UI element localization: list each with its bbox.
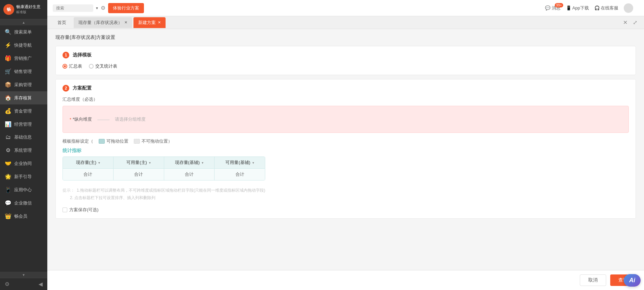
tab-inventory-status[interactable]: 现存量（库存状况表） ✕ [74,17,132,28]
tips-section: 提示： 1.拖动标题栏可以调整布局，不可跨维度或指标区域拖动栏目字段(只能在同一… [63,187,629,201]
sidebar-item-purchase[interactable]: 📦 采购管理 [0,78,47,91]
sidebar-menu: 🔍 搜索菜单 ⚡ 快捷导航 🎁 营销推广 🛒 销售管理 📦 采购管理 🏠 库存核… [0,25,47,272]
tab-inventory-status-close[interactable]: ✕ [124,20,127,25]
vertical-dim-label: *纵向维度 [73,116,92,122]
content-area: 现存量(库存状况表)方案设置 1 选择模板 汇总表 交叉统计表 [47,29,644,270]
user-avatar[interactable] [624,3,633,13]
stats-col-1-dropdown[interactable]: ▾ [149,161,151,165]
sidebar-item-operations[interactable]: 📊 经营管理 [0,118,47,131]
stats-col-1[interactable]: 可用量(主) ▾ [114,157,164,168]
stats-col-2[interactable]: 现存量(基辅) ▾ [164,157,215,168]
tab-home[interactable]: 首页 [53,17,71,28]
phone-icon: 📱 [5,187,11,193]
section-template: 1 选择模板 汇总表 交叉统计表 [55,46,636,75]
tab-close-button[interactable]: ✕ [622,18,629,27]
sidebar-item-basic[interactable]: 🗂 基础信息 [0,131,47,144]
gift-icon: 🎁 [5,55,11,62]
sidebar-item-sales[interactable]: 🛒 销售管理 [0,65,47,78]
radio-summary-dot [63,64,67,69]
draggable-legend-box [99,139,105,144]
tip-text-1: 1.拖动标题栏可以调整布局，不可跨维度或指标区域拖动栏目字段(只能在同一维度或指… [77,187,265,194]
lightning-icon: ⚡ [5,42,11,48]
app-name: 畅康通好生意 [16,4,41,10]
service-button[interactable]: 🎧 在线客服 [594,5,618,11]
sidebar-item-wechat[interactable]: 💬 企业微信 [0,196,47,210]
sidebar-item-vip[interactable]: 👑 畅会员 [0,210,47,223]
save-checkbox-row: 方案保存(可选) [63,207,629,213]
stats-col-3[interactable]: 可用量(基辅) ▾ [215,157,265,168]
messages-button[interactable]: 💬 消息 99+ [545,5,561,11]
sidebar-scroll-up[interactable]: ▲ [0,19,47,25]
legend-draggable: 可拖动位置 [99,138,128,144]
stats-table-header: 现存量(主) ▾ 可用量(主) ▾ 现存量(基辅) ▾ 可用量(基辅) ▾ [63,157,265,168]
collapse-icon[interactable]: ◀ [39,281,43,287]
stats-cell-2: 合计 [164,169,215,180]
topbar-left: ▾ ⚙ 体验行业方案 [53,3,541,13]
radio-summary[interactable]: 汇总表 [63,63,82,69]
chart-icon: 📊 [5,121,11,127]
topbar-dropdown-arrow[interactable]: ▾ [96,6,98,10]
sidebar-item-corp[interactable]: 🤝 企业协同 [0,157,47,170]
stats-col-3-dropdown[interactable]: ▾ [252,161,254,165]
metrics-legend-label: 模板指标设定（ [63,138,93,144]
app-download-button[interactable]: 📱 App下载 [566,5,589,11]
sidebar-item-appcenter[interactable]: 📱 应用中心 [0,183,47,196]
dimension-placeholder: 请选择分组维度 [115,116,146,122]
sidebar-scroll-down[interactable]: ▼ [0,272,47,278]
message-icon: 💬 [545,5,550,10]
stats-col-1-label: 可用量(主) [126,160,147,166]
main-area: ▾ ⚙ 体验行业方案 💬 消息 99+ 📱 App下载 🎧 在线客服 首页 [47,0,644,290]
legend-non-draggable: 不可拖动位置） [134,138,172,144]
radio-cross[interactable]: 交叉统计表 [89,63,117,69]
tab-expand-button[interactable]: ⤢ [631,18,639,27]
messages-badge: 99+ [555,3,563,7]
search-input[interactable] [53,4,93,12]
sidebar-item-finance[interactable]: 💰 资金管理 [0,104,47,118]
cta-button[interactable]: 体验行业方案 [108,3,144,13]
tabs-actions: ✕ ⤢ [622,18,639,27]
chat-icon: 💬 [5,200,11,206]
star-icon: 🌟 [5,173,11,180]
stats-title: 统计指标 [63,148,629,154]
settings-icon[interactable]: ⚙ [5,281,9,287]
sidebar-item-inventory[interactable]: 🏠 库存核算 [0,91,47,104]
sidebar-item-system[interactable]: ⚙ 系统管理 [0,144,47,157]
topbar-right: 💬 消息 99+ 📱 App下载 🎧 在线客服 [545,3,639,13]
step2-title: 方案配置 [73,85,92,91]
step2-badge: 2 [63,85,69,92]
section-config: 2 方案配置 汇总维度（必选） * *纵向维度 —— 请选择分组维度 模板指标设… [55,79,636,219]
tip-text-2: 2. 点击标题栏下拉可设置排序、插入列和删除列 [70,194,155,202]
template-options: 汇总表 交叉统计表 [63,63,629,69]
bottom-bar: 取消 查询 [47,270,644,290]
stats-table-row: 合计 合计 合计 合计 [63,168,265,180]
metrics-legend: 模板指标设定（ 可拖动位置 不可拖动位置） [63,138,629,144]
non-draggable-legend-box [134,139,140,144]
sidebar-item-newguide[interactable]: 🌟 新手引导 [0,170,47,183]
sidebar-item-marketing[interactable]: 🎁 营销推广 [0,52,47,65]
section2-header: 2 方案配置 [63,85,629,92]
home-icon: 🏠 [5,95,11,101]
topbar: ▾ ⚙ 体验行业方案 💬 消息 99+ 📱 App下载 🎧 在线客服 [47,0,644,16]
stats-col-0[interactable]: 现存量(主) ▾ [63,157,114,168]
stats-cell-3: 合计 [215,169,265,180]
stats-col-2-label: 现存量(基辅) [175,160,200,166]
cancel-button[interactable]: 取消 [580,274,606,286]
sidebar-item-search[interactable]: 🔍 搜索菜单 [0,25,47,39]
tab-new-plan[interactable]: 新建方案 ✕ [133,17,166,28]
topbar-gear-icon[interactable]: ⚙ [101,5,105,11]
dimension-area[interactable]: * *纵向维度 —— 请选择分组维度 [63,106,629,133]
logo-icon: 畅 [3,4,14,15]
ai-badge[interactable]: Ai [624,274,641,287]
dimension-label: 汇总维度（必选） [63,96,629,102]
stats-col-0-label: 现存量(主) [76,160,97,166]
sidebar-item-shortcut[interactable]: ⚡ 快捷导航 [0,39,47,52]
save-checkbox-label: 方案保存(可选) [69,207,99,213]
step1-badge: 1 [63,52,69,58]
stats-table: 现存量(主) ▾ 可用量(主) ▾ 现存量(基辅) ▾ 可用量(基辅) ▾ [63,156,265,180]
required-star: * [70,117,71,122]
stats-col-2-dropdown[interactable]: ▾ [202,161,203,165]
save-checkbox[interactable] [63,208,67,212]
stats-cell-0: 合计 [63,169,114,180]
tab-new-plan-close[interactable]: ✕ [158,20,161,25]
stats-col-0-dropdown[interactable]: ▾ [98,161,100,165]
